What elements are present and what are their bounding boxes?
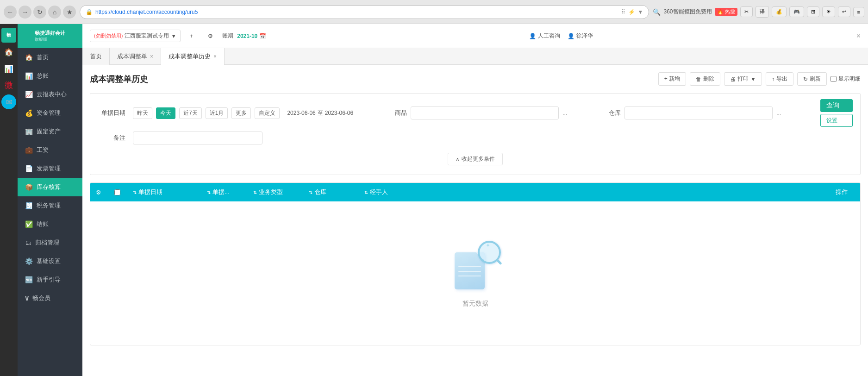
lightning-icon: ⚡ [628, 9, 635, 15]
tab-cost-history[interactable]: 成本调整单历史 × [161, 48, 225, 65]
assets-icon: 🏢 [25, 128, 33, 135]
tab-history-close-icon[interactable]: × [213, 53, 217, 60]
sidebar-item-label-invoice: 发票管理 [37, 164, 61, 173]
page-title-row: 成本调整单历史 + 新增 🗑 删除 🖨 打印 ▼ ↑ 导出 [90, 72, 861, 86]
close-accounts-icon: ✅ [25, 220, 33, 228]
goods-label: 商品 [379, 109, 407, 117]
add-btn[interactable]: + 新增 [658, 72, 686, 86]
company-settings-btn[interactable]: ⚙ [202, 31, 219, 42]
sidebar-item-ledger[interactable]: 📊 总账 [18, 67, 82, 85]
sidebar-item-vip[interactable]: V 畅会员 [18, 289, 82, 307]
more-btn[interactable]: 更多 [231, 107, 251, 119]
th-type[interactable]: ⇅ 业务类型 [248, 183, 303, 201]
month-btn[interactable]: 近1月 [206, 107, 228, 119]
th-handler[interactable]: ⇅ 经手人 [359, 183, 414, 201]
note-label: 备注 [98, 134, 125, 142]
filter-area: 单据日期 昨天 今天 近7天 近1月 更多 自定义 2023-06-06 至 2… [90, 93, 861, 175]
week-btn[interactable]: 近7天 [179, 107, 202, 119]
delete-btn[interactable]: 🗑 删除 [690, 72, 720, 86]
reload-button[interactable]: ↻ [33, 6, 46, 19]
query-btn[interactable]: 查询 [820, 99, 853, 112]
sidebar-item-archive[interactable]: 🗂 归档管理 [18, 233, 82, 252]
top-bar: (勿删勿禁用) 江西服宝测试专用 ▼ + ⚙ 账期 2021-10 📅 👤 人工… [82, 24, 868, 48]
iconbar-item-1[interactable]: 🏠 [1, 44, 16, 59]
goods-more-btn[interactable]: ... [562, 110, 567, 116]
sidebar-item-report[interactable]: 📈 云报表中心 [18, 85, 82, 104]
th-voucher-sort-icon: ⇅ [207, 190, 211, 195]
iconbar-item-5[interactable]: ✉ [1, 94, 16, 109]
sidebar-item-salary[interactable]: 💼 工资 [18, 141, 82, 159]
forward-button[interactable]: → [19, 6, 31, 19]
address-bar[interactable]: 🔒 https://cloud.chanjet.com/accounting/u… [80, 5, 649, 19]
th-warehouse[interactable]: ⇅ 仓库 [303, 183, 359, 201]
detail-checkbox-input[interactable] [831, 76, 837, 82]
collapse-btn[interactable]: ∧ 收起更多条件 [448, 153, 503, 165]
collapse-row: ∧ 收起更多条件 [98, 149, 853, 169]
add-company-btn[interactable]: + [184, 31, 199, 42]
th-settings[interactable]: ⚙ [90, 183, 109, 201]
brightness-btn[interactable]: ☀ [822, 6, 835, 17]
sidebar-item-guide[interactable]: 🆕 新手引导 [18, 270, 82, 289]
warehouse-more-btn[interactable]: ... [776, 110, 781, 116]
translate-btn[interactable]: 译 [756, 6, 769, 18]
sidebar-item-home[interactable]: 🏠 首页 [18, 48, 82, 67]
sidebar-item-tax[interactable]: 🧾 税务管理 [18, 196, 82, 215]
show-detail-checkbox[interactable]: 显示明细 [831, 75, 861, 83]
tab-home[interactable]: 首页 [82, 48, 110, 65]
grid-btn[interactable]: ⊞ [807, 6, 819, 17]
close-window-btn[interactable]: × [856, 32, 861, 40]
guide-icon: 🆕 [25, 276, 33, 283]
sidebar-item-close-accounts[interactable]: ✅ 结账 [18, 215, 82, 233]
tabs-bar: 首页 成本调整单 × 成本调整单历史 × [82, 48, 868, 65]
iconbar-item-logo[interactable]: 畅 [1, 28, 16, 43]
undo-btn[interactable]: ↩ [838, 6, 850, 17]
invoice-icon: 📄 [25, 165, 33, 172]
user-area[interactable]: 👤 徐泽华 [568, 32, 593, 40]
th-action-label: 操作 [836, 188, 848, 196]
th-voucher[interactable]: ⇅ 单据... [201, 183, 248, 201]
consult-btn[interactable]: 👤 人工咨询 [529, 32, 560, 40]
bookmark-button[interactable]: ★ [63, 6, 76, 19]
tab-cost-close-icon[interactable]: × [150, 53, 153, 60]
iconbar-item-weibo[interactable]: 微 [1, 78, 16, 93]
browser-tools: 🔍 360智能抠图免费用 🔥 热搜 ✂ 译 💰 🎮 ⊞ ☀ ↩ ≡ [653, 6, 864, 18]
search-text: 360智能抠图免费用 [663, 8, 712, 16]
custom-btn[interactable]: 自定义 [255, 107, 280, 119]
sidebar-item-settings[interactable]: ⚙️ 基础设置 [18, 252, 82, 270]
today-btn[interactable]: 今天 [156, 107, 175, 119]
th-checkbox[interactable] [109, 183, 127, 201]
print-btn[interactable]: 🖨 打印 ▼ [724, 72, 762, 86]
browser-chrome: ← → ↻ ⌂ ★ 🔒 https://cloud.chanjet.com/ac… [0, 0, 868, 24]
goods-input[interactable] [411, 107, 559, 119]
sidebar-item-assets[interactable]: 🏢 固定资产 [18, 122, 82, 141]
tab-cost-adjustment[interactable]: 成本调整单 × [110, 48, 161, 65]
home-button[interactable]: ⌂ [48, 6, 61, 19]
delete-icon: 🗑 [696, 76, 701, 82]
export-btn[interactable]: ↑ 导出 [766, 72, 793, 86]
refresh-btn[interactable]: ↻ 刷新 [797, 72, 827, 86]
fund-icon: 💰 [25, 109, 33, 117]
page-content: 成本调整单历史 + 新增 🗑 删除 🖨 打印 ▼ ↑ 导出 [82, 65, 868, 376]
action-buttons: + 新增 🗑 删除 🖨 打印 ▼ ↑ 导出 ↻ [658, 72, 861, 86]
company-selector[interactable]: (勿删勿禁用) 江西服宝测试专用 ▼ [90, 30, 181, 42]
back-button[interactable]: ← [4, 6, 17, 19]
sidebar-item-invoice[interactable]: 📄 发票管理 [18, 159, 82, 178]
goods-filter: 商品 ... [379, 107, 567, 119]
table-settings-icon: ⚙ [96, 189, 101, 196]
sidebar-item-label-salary: 工资 [37, 146, 49, 154]
wallet-btn[interactable]: 💰 [772, 6, 787, 17]
sidebar-item-inventory[interactable]: 📦 库存核算 [18, 178, 82, 196]
warehouse-input[interactable] [624, 107, 773, 119]
scissors-btn[interactable]: ✂ [740, 6, 753, 17]
sidebar-item-fund[interactable]: 💰 资金管理 [18, 104, 82, 122]
th-date[interactable]: ⇅ 单据日期 [127, 183, 201, 201]
game-btn[interactable]: 🎮 [789, 6, 804, 17]
select-all-checkbox[interactable] [114, 189, 120, 195]
search-icon: 🔍 [653, 8, 661, 16]
menu-btn[interactable]: ≡ [853, 7, 864, 17]
note-input[interactable] [133, 132, 262, 144]
iconbar-item-2[interactable]: 📊 [1, 61, 16, 76]
sidebar-item-label-inventory: 库存核算 [37, 183, 61, 191]
yesterday-btn[interactable]: 昨天 [133, 107, 152, 119]
filter-settings-btn[interactable]: 设置 [820, 114, 853, 127]
